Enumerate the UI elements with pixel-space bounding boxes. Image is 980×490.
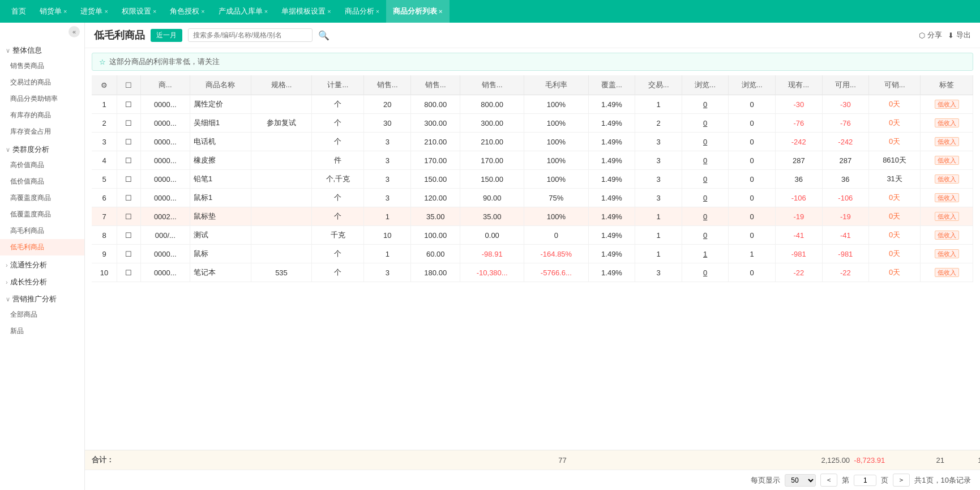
page-input[interactable] — [854, 475, 876, 486]
col-profit-rate[interactable]: 毛利率 — [524, 75, 588, 95]
cell-code: 0000... — [140, 95, 190, 114]
sidebar-item-库存资金占用[interactable]: 库存资金占用 — [0, 123, 84, 140]
cell-browse1: 0 — [682, 95, 729, 114]
sidebar-collapse-button[interactable]: « — [69, 26, 80, 37]
next-page-button[interactable]: ＞ — [893, 474, 910, 487]
cell-browse2: 0 — [729, 95, 776, 114]
nav-item-权限设置[interactable]: 权限设置 × — [115, 0, 163, 23]
cell-coverage: 1 — [635, 226, 682, 245]
table-header: ⚙ ☐ 商... 商品名称 规格... 计量... 销售... 销售... 销售… — [92, 75, 973, 95]
sidebar-item-交易过的商品[interactable]: 交易过的商品 — [0, 74, 84, 91]
nav-close-icon[interactable]: × — [264, 8, 268, 15]
cell-qty: 3 — [364, 151, 411, 170]
cell-code: 0000... — [140, 245, 190, 263]
sidebar-item-有库存的商品[interactable]: 有库存的商品 — [0, 107, 84, 123]
cell-spec — [251, 170, 312, 189]
nav-close-icon[interactable]: × — [327, 8, 331, 15]
cell-checkbox[interactable]: ☐ — [117, 226, 140, 245]
col-stock[interactable]: 现有... — [776, 75, 823, 95]
page-size-select[interactable]: 50 100 200 — [785, 474, 816, 487]
nav-item-角色授权[interactable]: 角色授权 × — [163, 0, 211, 23]
cell-unit: 个 — [312, 189, 364, 207]
sidebar-item-全部商品[interactable]: 全部商品 — [0, 306, 84, 323]
nav-item-商品分析列表[interactable]: 商品分析列表 × — [386, 0, 449, 23]
search-button[interactable]: 🔍 — [318, 30, 329, 41]
cell-tag: 低收入 — [921, 133, 973, 151]
col-code[interactable]: 商... — [140, 75, 190, 95]
sidebar-group-4[interactable]: ∨营销推广分析 — [0, 289, 84, 306]
cell-checkbox[interactable]: ☐ — [117, 245, 140, 263]
sidebar-item-低毛利商品[interactable]: 低毛利商品 — [0, 239, 84, 255]
nav-close-icon[interactable]: × — [439, 8, 442, 15]
cell-gross-rate: 1.49% — [588, 133, 635, 151]
nav-close-icon[interactable]: × — [63, 8, 67, 15]
col-coverage[interactable]: 交易... — [635, 75, 682, 95]
nav-close-icon[interactable]: × — [104, 8, 108, 15]
cell-salable: 0天 — [869, 189, 921, 207]
cell-sale-amt: 35.00 — [411, 207, 460, 226]
col-qty[interactable]: 销售... — [364, 75, 411, 95]
cell-spec — [251, 95, 312, 114]
cell-checkbox[interactable]: ☐ — [117, 207, 140, 226]
footer-coverage: 21 — [921, 456, 960, 465]
col-sale-profit[interactable]: 销售... — [460, 75, 524, 95]
sidebar-group-1[interactable]: ∨类群度分析 — [0, 140, 84, 157]
col-avail[interactable]: 可用... — [822, 75, 869, 95]
nav-item-产成品入库单[interactable]: 产成品入库单 × — [212, 0, 275, 23]
nav-item-商品分析[interactable]: 商品分析 × — [338, 0, 386, 23]
sidebar-item-高覆盖度商品[interactable]: 高覆盖度商品 — [0, 190, 84, 206]
cell-no: 8 — [92, 226, 117, 245]
cell-unit: 个 — [312, 114, 364, 133]
cell-checkbox[interactable]: ☐ — [117, 114, 140, 133]
nav-item-首页[interactable]: 首页 — [5, 0, 33, 23]
sidebar-group-label: 流通性分析 — [10, 260, 47, 270]
nav-close-icon[interactable]: × — [153, 8, 156, 15]
col-browse2[interactable]: 浏览... — [729, 75, 776, 95]
prev-page-button[interactable]: ＜ — [820, 474, 837, 487]
cell-checkbox[interactable]: ☐ — [117, 263, 140, 282]
sidebar-group-2[interactable]: ›流通性分析 — [0, 255, 84, 272]
nav-item-销货单[interactable]: 销货单 × — [33, 0, 74, 23]
cell-checkbox[interactable]: ☐ — [117, 189, 140, 207]
col-unit[interactable]: 计量... — [312, 75, 364, 95]
cell-sale-profit: 35.00 — [460, 207, 524, 226]
col-sale-amt[interactable]: 销售... — [411, 75, 460, 95]
sidebar-item-高价值商品[interactable]: 高价值商品 — [0, 157, 84, 173]
nav-item-单据模板设置[interactable]: 单据模板设置 × — [275, 0, 337, 23]
date-filter-button[interactable]: 近一月 — [151, 29, 182, 42]
col-settings[interactable]: ⚙ — [92, 75, 117, 95]
col-spec[interactable]: 规格... — [251, 75, 312, 95]
col-browse1[interactable]: 浏览... — [682, 75, 729, 95]
cell-checkbox[interactable]: ☐ — [117, 151, 140, 170]
sidebar-group-3[interactable]: ›成长性分析 — [0, 272, 84, 289]
cell-checkbox[interactable]: ☐ — [117, 95, 140, 114]
sidebar-item-低覆盖度商品[interactable]: 低覆盖度商品 — [0, 206, 84, 223]
sidebar-item-低价值商品[interactable]: 低价值商品 — [0, 173, 84, 190]
sidebar-group-0[interactable]: ∨整体信息 — [0, 41, 84, 58]
cell-avail: -76 — [822, 114, 869, 133]
cell-browse2: 0 — [729, 151, 776, 170]
sidebar-item-销售类商品[interactable]: 销售类商品 — [0, 58, 84, 74]
nav-close-icon[interactable]: × — [201, 8, 204, 15]
export-button[interactable]: ⬇ 导出 — [948, 30, 971, 40]
sidebar-item-高毛利商品[interactable]: 高毛利商品 — [0, 223, 84, 239]
cell-name: 鼠标 — [190, 245, 251, 263]
sidebar-item-商品分类助销率[interactable]: 商品分类助销率 — [0, 91, 84, 107]
col-tag[interactable]: 标签 — [921, 75, 973, 95]
tag-badge: 低收入 — [935, 118, 959, 127]
nav-close-icon[interactable]: × — [376, 8, 379, 15]
cell-checkbox[interactable]: ☐ — [117, 133, 140, 151]
nav-item-进货单[interactable]: 进货单 × — [74, 0, 114, 23]
cell-name: 电话机 — [190, 133, 251, 151]
search-input[interactable] — [188, 28, 313, 42]
col-checkbox[interactable]: ☐ — [117, 75, 140, 95]
col-name[interactable]: 商品名称 — [190, 75, 251, 95]
page-header: 低毛利商品 近一月 🔍 ⬡ 分享 ⬇ 导出 — [85, 23, 980, 48]
share-button[interactable]: ⬡ 分享 — [919, 30, 942, 40]
cell-tag: 低收入 — [921, 170, 973, 189]
col-gross-rate[interactable]: 覆盖... — [588, 75, 635, 95]
sidebar-item-新品[interactable]: 新品 — [0, 323, 84, 339]
col-salable[interactable]: 可销... — [869, 75, 921, 95]
cell-checkbox[interactable]: ☐ — [117, 170, 140, 189]
cell-sale-amt: 120.00 — [411, 189, 460, 207]
